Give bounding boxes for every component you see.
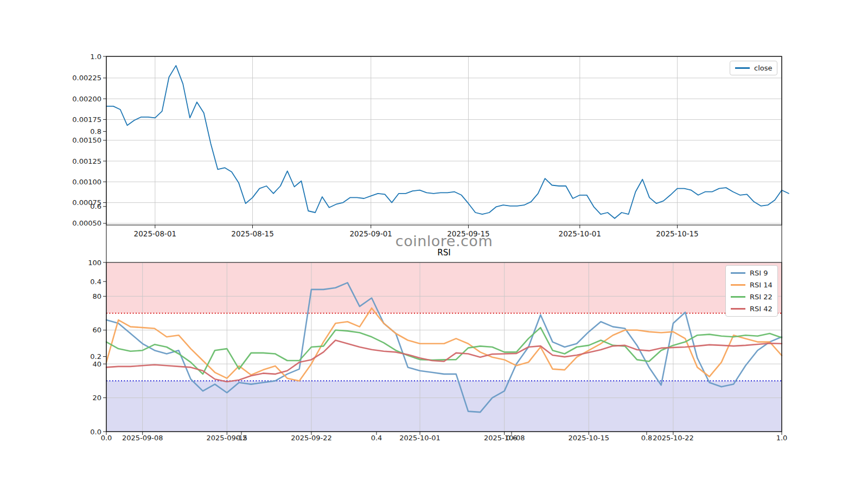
legend-item-rsi-9: RSI 9 bbox=[731, 269, 773, 277]
legend-label-close: close bbox=[754, 64, 772, 72]
phantom-x-tick-label: 0.4 bbox=[371, 434, 382, 442]
legend-item-rsi-14: RSI 14 bbox=[731, 281, 773, 289]
rsi-x-tick-label: 2025-10-22 bbox=[653, 434, 694, 442]
rsi-legend: RSI 9RSI 14RSI 22RSI 42 bbox=[725, 265, 778, 317]
phantom-y-tick-label: 0.8 bbox=[90, 127, 101, 136]
price-y-tick-label: 0.00100 bbox=[72, 178, 101, 186]
watermark: coinlore.com bbox=[106, 233, 782, 249]
price-y-tick-label: 0.00050 bbox=[72, 219, 101, 227]
phantom-x-tick-label: 0.8 bbox=[641, 434, 653, 442]
legend-swatch-icon bbox=[731, 272, 745, 274]
rsi-x-tick-label: 2025-10-15 bbox=[569, 434, 610, 442]
phantom-x-tick-label: 0.0 bbox=[101, 434, 112, 442]
phantom-y-tick-label: 0.0 bbox=[90, 428, 101, 436]
legend-item-rsi-22: RSI 22 bbox=[731, 293, 773, 301]
legend-swatch-icon bbox=[731, 284, 745, 286]
price-y-tick-label: 0.00175 bbox=[72, 115, 101, 124]
rsi-x-tick-label: 2025-09-08 bbox=[122, 434, 163, 442]
price-legend: close bbox=[730, 61, 777, 75]
rsi-x-tick-label: 2025-09-15 bbox=[207, 434, 248, 442]
rsi-x-tick-label: 2025-09-22 bbox=[291, 434, 332, 442]
close-line-swatch-icon bbox=[735, 67, 750, 69]
rsi-y-tick-label: 60 bbox=[92, 326, 101, 334]
legend-label: RSI 22 bbox=[750, 293, 773, 301]
phantom-y-tick-label: 1.0 bbox=[90, 53, 101, 61]
price-chart-frame bbox=[106, 56, 782, 225]
legend-item-close: close bbox=[735, 64, 772, 72]
price-y-tick-label: 0.00225 bbox=[72, 74, 101, 82]
legend-swatch-icon bbox=[731, 296, 745, 298]
chart-figure: 0.00.20.40.60.81.00.00.20.40.60.81.00.00… bbox=[0, 0, 868, 488]
price-y-tick-label: 0.00125 bbox=[72, 157, 101, 165]
rsi-x-tick-label: 2025-10-08 bbox=[484, 434, 525, 442]
legend-label: RSI 42 bbox=[750, 305, 773, 313]
rsi-y-tick-label: 40 bbox=[92, 360, 101, 368]
legend-label: RSI 14 bbox=[750, 281, 773, 289]
rsi-y-tick-label: 100 bbox=[88, 259, 101, 267]
close-line-series bbox=[106, 66, 789, 219]
phantom-x-tick-label: 1.0 bbox=[776, 434, 788, 442]
rsi-y-tick-label: 20 bbox=[92, 394, 101, 402]
phantom-y-tick-label: 0.4 bbox=[90, 278, 101, 286]
price-y-tick-label: 0.00075 bbox=[72, 198, 101, 207]
legend-label: RSI 9 bbox=[750, 269, 768, 277]
rsi-chart-title: RSI bbox=[106, 248, 782, 258]
price-y-tick-label: 0.00150 bbox=[72, 136, 101, 144]
rsi-line-series-3 bbox=[106, 328, 782, 374]
legend-swatch-icon bbox=[731, 308, 745, 310]
overbought-band bbox=[106, 262, 782, 313]
rsi-x-tick-label: 2025-10-01 bbox=[399, 434, 441, 442]
price-y-tick-label: 0.00200 bbox=[72, 95, 101, 103]
rsi-line-series-4 bbox=[106, 341, 782, 382]
rsi-y-tick-label: 80 bbox=[92, 292, 101, 300]
legend-item-rsi-42: RSI 42 bbox=[731, 305, 773, 313]
rsi-line-series-2 bbox=[106, 308, 782, 381]
